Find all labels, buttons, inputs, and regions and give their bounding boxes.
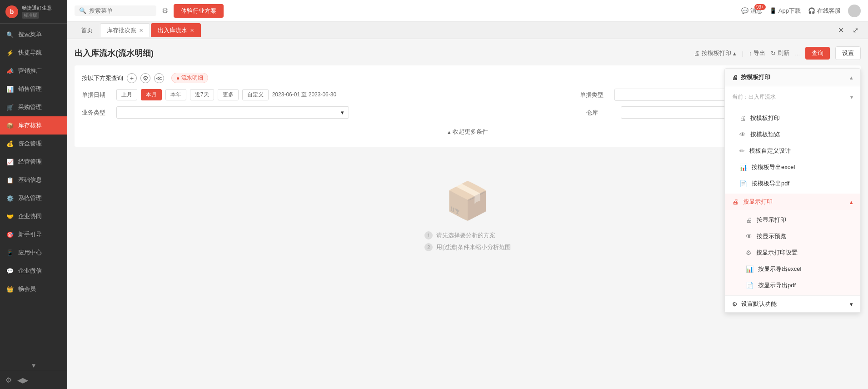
topbar-gear-icon[interactable]: ⚙ <box>162 6 168 15</box>
dropdown-template-preview[interactable]: 👁 按模板预览 <box>725 126 860 143</box>
filter-search-label: 按以下方案查询 <box>82 74 123 82</box>
collapse-sidebar-icon[interactable]: ◀▶ <box>17 376 28 384</box>
tab-flow-close[interactable]: ✕ <box>190 28 194 34</box>
settings-filter-button[interactable]: ⚙ <box>140 73 150 83</box>
empty-steps: 1 请先选择要分析的方案 2 用[过滤]条件来缩小分析范围 <box>424 231 510 255</box>
dropdown-display-preview[interactable]: 👁 按显示预览 <box>725 228 860 244</box>
chevron-up-dropdown-icon[interactable] <box>850 74 853 81</box>
tab-window-actions: ✕ ⤢ <box>835 25 861 36</box>
basic-icon: 📋 <box>5 175 15 185</box>
sidebar-item-purchase[interactable]: 🛒 采购管理 <box>0 98 67 116</box>
dropdown-template-excel[interactable]: 📊 按模板导出excel <box>725 159 860 175</box>
inventory-icon: 📦 <box>5 121 15 130</box>
filter-tag[interactable]: ● 流水明细 <box>171 73 208 83</box>
industry-solution-button[interactable]: 体验行业方案 <box>174 4 224 18</box>
sidebar-item-basic[interactable]: 📋 基础信息 <box>0 171 67 189</box>
wechat-icon: 💬 <box>5 266 15 275</box>
page-header: 出入库流水(流水明细) 🖨 按模板打印 | ↑ 导出 ↻ 刷新 <box>75 46 861 60</box>
topbar-actions: 💬 消息 99+ 📱 App下载 🎧 在线客服 <box>741 5 861 17</box>
sales-icon: 📊 <box>5 85 15 94</box>
sidebar-item-finance[interactable]: 💰 资金管理 <box>0 135 67 153</box>
query-button[interactable]: 查询 <box>805 47 830 60</box>
topbar-search-icon: 🔍 <box>79 7 86 14</box>
close-window-button[interactable]: ✕ <box>835 25 846 36</box>
date-btn-this-month[interactable]: 本月 <box>141 89 162 100</box>
main-area: 🔍 ⚙ 体验行业方案 💬 消息 99+ 📱 App下载 🎧 在线客服 <box>67 0 868 389</box>
chevron-down-current-icon <box>850 94 853 100</box>
message-icon: 💬 <box>741 7 748 14</box>
topbar-search-box[interactable]: 🔍 <box>75 5 156 16</box>
sidebar-item-system[interactable]: ⚙️ 系统管理 <box>0 189 67 207</box>
export-button[interactable]: ↑ 导出 <box>749 49 766 57</box>
printer-icon: 🖨 <box>694 50 700 57</box>
empty-step-2: 2 用[过滤]条件来缩小分析范围 <box>424 243 510 251</box>
online-service-action[interactable]: 🎧 在线客服 <box>808 7 841 15</box>
refresh-button[interactable]: ↻ 刷新 <box>771 49 789 57</box>
print-dropdown-panel: 🖨 按模板打印 当前：出入库流水 <box>724 68 861 313</box>
divider: | <box>742 50 743 57</box>
sidebar-item-operation[interactable]: 📈 经营管理 <box>0 153 67 171</box>
tab-batch-close[interactable]: ✕ <box>139 28 143 34</box>
date-btn-more[interactable]: 更多 <box>218 89 239 100</box>
tab-home[interactable]: 首页 <box>75 24 99 37</box>
tab-bar: 首页 库存批次账 ✕ 出入库流水 ✕ ✕ ⤢ <box>67 22 868 39</box>
tab-flow[interactable]: 出入库流水 ✕ <box>151 23 201 37</box>
filter-actions-left: 按以下方案查询 + ⚙ ≪ <box>82 73 164 83</box>
page-title: 出入库流水(流水明细) <box>75 48 154 59</box>
dropdown-template-pdf[interactable]: 📄 按模板导出pdf <box>725 175 860 192</box>
display-section-icon: 🖨 <box>732 198 738 205</box>
chevron-up-icon <box>733 50 736 57</box>
sidebar-nav: 🔍 搜索菜单 ⚡ 快捷导航 📣 营销推广 📊 销售管理 🛒 采购管理 📦 <box>0 24 67 360</box>
dropdown-template-print[interactable]: 🖨 按模板打印 <box>725 110 860 126</box>
type-filter-label: 单据类型 <box>580 91 607 99</box>
app-download-action[interactable]: 📱 App下载 <box>769 7 801 15</box>
logo-icon: b <box>5 5 18 18</box>
sidebar-item-marketing[interactable]: 📣 营销推广 <box>0 62 67 80</box>
newbie-icon: 🎯 <box>5 230 15 239</box>
add-filter-button[interactable]: + <box>127 73 137 83</box>
biz-chevron-down-icon <box>341 109 344 116</box>
sidebar-item-sales[interactable]: 📊 销售管理 <box>0 80 67 98</box>
display-pdf-icon: 📄 <box>746 282 753 289</box>
dropdown-display-section[interactable]: 🖨 按显示打印 <box>725 194 860 210</box>
date-btn-7days[interactable]: 近7天 <box>190 89 214 100</box>
template-excel-icon: 📊 <box>739 164 747 171</box>
dropdown-display-print[interactable]: 🖨 按显示打印 <box>725 212 860 228</box>
collapse-filter-button[interactable]: ≪ <box>154 73 164 83</box>
template-pdf-icon: 📄 <box>739 180 747 187</box>
sidebar-item-newbie[interactable]: 🎯 新手引导 <box>0 225 67 244</box>
dropdown-display-excel[interactable]: 📊 按显示导出excel <box>725 261 860 277</box>
date-filter-label: 单据日期 <box>82 91 109 99</box>
sidebar-item-quick-nav[interactable]: ⚡ 快捷导航 <box>0 44 67 62</box>
page-toolbar: 🖨 按模板打印 | ↑ 导出 ↻ 刷新 ... 查询 设置 <box>694 46 861 60</box>
print-template-button[interactable]: 🖨 按模板打印 <box>694 49 736 57</box>
sidebar-item-collab[interactable]: 🤝 企业协同 <box>0 207 67 225</box>
sidebar-item-apps[interactable]: 📱 应用中心 <box>0 244 67 262</box>
set-button[interactable]: 设置 <box>835 46 861 60</box>
export-icon: ↑ <box>749 50 752 57</box>
message-action[interactable]: 💬 消息 99+ <box>741 7 762 15</box>
chevron-down-footer-icon <box>850 301 853 308</box>
date-btn-custom[interactable]: 自定义 <box>242 89 269 100</box>
user-avatar[interactable] <box>848 5 861 17</box>
dropdown-display-pdf[interactable]: 📄 按显示导出pdf <box>725 277 860 294</box>
dropdown-display-settings[interactable]: ⚙ 按显示打印设置 <box>725 244 860 261</box>
dropdown-header: 🖨 按模板打印 <box>725 69 860 86</box>
tab-batch[interactable]: 库存批次账 ✕ <box>100 23 150 37</box>
biz-filter-select[interactable] <box>116 106 349 119</box>
sidebar-item-inventory[interactable]: 📦 库存核算 <box>0 116 67 135</box>
settings-icon[interactable]: ⚙ <box>5 376 12 384</box>
dropdown-footer[interactable]: ⚙ 设置默认功能 <box>725 295 860 312</box>
sidebar-item-search[interactable]: 🔍 搜索菜单 <box>0 25 67 44</box>
page-content: 出入库流水(流水明细) 🖨 按模板打印 | ↑ 导出 ↻ 刷新 <box>67 39 868 389</box>
display-excel-icon: 📊 <box>746 265 753 273</box>
sidebar-item-member[interactable]: 👑 畅会员 <box>0 280 67 298</box>
maximize-window-button[interactable]: ⤢ <box>850 25 861 36</box>
topbar-search-input[interactable] <box>89 7 144 14</box>
sidebar: b 畅捷通好生意 标准版 🔍 搜索菜单 ⚡ 快捷导航 📣 营销推广 📊 <box>0 0 67 389</box>
dropdown-template-custom[interactable]: ✏ 模板自定义设计 <box>725 143 860 159</box>
date-btn-this-year[interactable]: 本年 <box>165 89 186 100</box>
sidebar-item-wechat[interactable]: 💬 企业微信 <box>0 262 67 280</box>
date-btn-last-month[interactable]: 上月 <box>116 89 137 100</box>
sidebar-scroll-down[interactable]: ▼ <box>0 360 67 371</box>
